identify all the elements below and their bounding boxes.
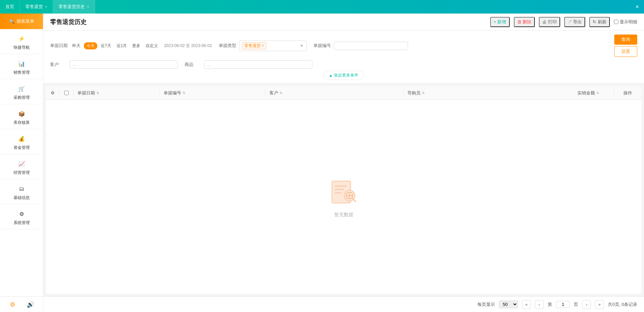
tab-retail-return[interactable]: 零售退货 × [20, 0, 53, 14]
date-opt-today[interactable]: 今天 [84, 42, 97, 49]
sidebar-item-purchase-label: 采购管理 [14, 95, 30, 101]
purchase-icon: 🛒 [17, 84, 26, 93]
page-end-label: 页 [574, 302, 578, 308]
sidebar-item-sales[interactable]: 📊 销售管理 [0, 54, 43, 79]
svg-rect-1 [335, 185, 347, 187]
export-button[interactable]: ↗ 导出 [564, 17, 586, 27]
refresh-button[interactable]: ↻ 刷新 [589, 17, 610, 27]
sidebar-item-system[interactable]: ⚙ 系统管理 [0, 204, 43, 229]
th-settings[interactable]: ⚙ [46, 90, 59, 95]
sidebar-item-basic-info[interactable]: 🗂 基础信息 [0, 179, 43, 204]
filter-customer-item: 客户 ... [50, 60, 178, 69]
filter-customer-label: 客户 [50, 62, 67, 68]
main-layout: 🔍 搜索菜单 ⚡ 快捷导航 📊 销售管理 🛒 采购管理 📦 库存核算 💰 [0, 14, 644, 312]
print-button[interactable]: 🖨 打印 [539, 17, 560, 27]
sidebar-item-inventory[interactable]: 📦 库存核算 [0, 104, 43, 129]
sidebar-item-inventory-label: 库存核算 [14, 120, 30, 126]
filter-goods-input[interactable]: ... [204, 60, 312, 69]
tab-home-label: 首页 [5, 4, 14, 10]
page-prev-button[interactable]: ‹ [535, 300, 544, 309]
sidebar-search[interactable]: 🔍 搜索菜单 [0, 14, 43, 29]
tab-retail-return-history-close[interactable]: × [87, 4, 89, 9]
filter-number-input[interactable] [334, 42, 408, 50]
filter-type-chevron: ▼ [300, 44, 304, 48]
total-label: 共0页, 0条记录 [608, 302, 637, 308]
query-button[interactable]: 查询 [614, 35, 637, 45]
filter-row-1: 单据日期 昨天 今天 近7天 近1月 更多 自定义 2023-06-02 至 2… [50, 35, 637, 57]
page-last-button[interactable]: » [595, 300, 604, 309]
collapse-up-icon: ▲ [329, 73, 333, 78]
collapse-button[interactable]: ▲ 收起更多条件 [323, 71, 364, 80]
th-number-sort: ⇅ [183, 91, 185, 95]
show-detail-checkbox-label[interactable]: 显示明细 [614, 19, 637, 25]
per-page-select[interactable]: 50 10 20 100 [499, 300, 518, 308]
filter-type-tag: 零售退货 × [242, 42, 266, 49]
finance-icon: 💰 [17, 134, 26, 143]
table-header: ⚙ 单据日期 ⇅ 单据编号 ⇅ 客户 ⇅ [46, 86, 641, 100]
filter-type-item: 单据类型 零售退货 × ▼ [219, 41, 307, 51]
svg-rect-3 [335, 192, 341, 194]
filter-goods-item: 商品 ... [185, 60, 312, 69]
quick-nav-icon: ⚡ [17, 34, 26, 43]
th-guide[interactable]: 导购员 ⇅ [403, 90, 509, 96]
tab-home[interactable]: 首页 [0, 0, 20, 14]
select-all-checkbox[interactable] [64, 91, 69, 95]
filter-type-select[interactable]: 零售退货 × ▼ [239, 41, 307, 51]
sidebar-item-purchase[interactable]: 🛒 采购管理 [0, 79, 43, 104]
sidebar-item-system-label: 系统管理 [14, 220, 30, 226]
date-opt-yesterday[interactable]: 昨天 [70, 42, 82, 49]
per-page-label: 每页显示 [477, 302, 495, 308]
inventory-icon: 📦 [17, 109, 26, 118]
sidebar-item-quick-nav[interactable]: ⚡ 快捷导航 [0, 29, 43, 54]
svg-rect-2 [335, 189, 344, 190]
show-detail-checkbox[interactable] [614, 20, 618, 24]
goods-ellipsis: ... [207, 62, 211, 67]
setting-button[interactable]: 设置 [614, 46, 637, 57]
filter-number-item: 单据编号 [313, 42, 408, 50]
basic-info-icon: 🗂 [17, 184, 26, 194]
filter-type-tag-close[interactable]: × [262, 43, 264, 48]
empty-icon [329, 176, 359, 206]
collapse-row: ▲ 收起更多条件 [50, 70, 637, 81]
page-input[interactable] [556, 301, 570, 308]
sidebar-settings-icon[interactable]: ⚙ [7, 299, 18, 310]
new-button[interactable]: + 新增 [490, 17, 509, 27]
window-close-button[interactable]: × [630, 0, 644, 14]
page-first-button[interactable]: « [522, 300, 531, 309]
filter-date-item: 单据日期 昨天 今天 近7天 近1月 更多 自定义 2023-06-02 至 2… [50, 42, 212, 49]
th-checkbox[interactable] [59, 91, 73, 95]
th-customer[interactable]: 客户 ⇅ [265, 90, 403, 96]
th-date[interactable]: 单据日期 ⇅ [73, 90, 159, 96]
th-number[interactable]: 单据编号 ⇅ [160, 90, 265, 96]
collapse-label: 收起更多条件 [334, 72, 358, 78]
tab-retail-return-history-label: 零售退货历史 [58, 4, 85, 10]
page-next-button[interactable]: › [582, 300, 591, 309]
empty-state-text: 暂无数据 [334, 212, 353, 218]
content-area: 零售退货历史 + 新增 🗑 删除 🖨 打印 ↗ 导出 ↻ 刷新 显示明细 单据日… [43, 14, 644, 312]
th-amount[interactable]: 实销金额 ⇅ [573, 90, 614, 96]
table-area: ⚙ 单据日期 ⇅ 单据编号 ⇅ 客户 ⇅ [46, 86, 641, 294]
date-range-display: 2023-06-02 至 2023-06-02 [164, 43, 212, 49]
filter-goods-label: 商品 [185, 62, 201, 68]
date-opt-7days[interactable]: 近7天 [99, 42, 113, 49]
sidebar-item-quick-nav-label: 快捷导航 [14, 45, 30, 50]
sidebar-item-basic-info-label: 基础信息 [14, 195, 30, 201]
tab-bar: 首页 零售退货 × 零售退货历史 × [0, 0, 630, 14]
sidebar-item-finance-label: 资金管理 [14, 145, 30, 151]
show-detail-label: 显示明细 [620, 19, 637, 25]
date-opt-custom[interactable]: 自定义 [144, 42, 160, 49]
tab-retail-return-close[interactable]: × [45, 4, 47, 9]
sidebar-item-operations-label: 经营管理 [14, 170, 30, 176]
th-guide-label: 导购员 [407, 90, 421, 96]
sidebar-audio-icon[interactable]: 🔊 [25, 299, 36, 310]
sidebar-item-operations[interactable]: 📈 经营管理 [0, 154, 43, 179]
date-opt-more[interactable]: 更多 [130, 42, 142, 49]
delete-button[interactable]: 🗑 删除 [514, 17, 535, 27]
tab-retail-return-history[interactable]: 零售退货历史 × [53, 0, 95, 14]
sales-icon: 📊 [17, 59, 26, 68]
sidebar-item-finance[interactable]: 💰 资金管理 [0, 129, 43, 154]
filter-customer-input[interactable]: ... [70, 60, 178, 69]
date-opt-1month[interactable]: 近1月 [115, 42, 129, 49]
th-action: 操作 [614, 90, 641, 96]
search-icon: 🔍 [9, 19, 15, 24]
